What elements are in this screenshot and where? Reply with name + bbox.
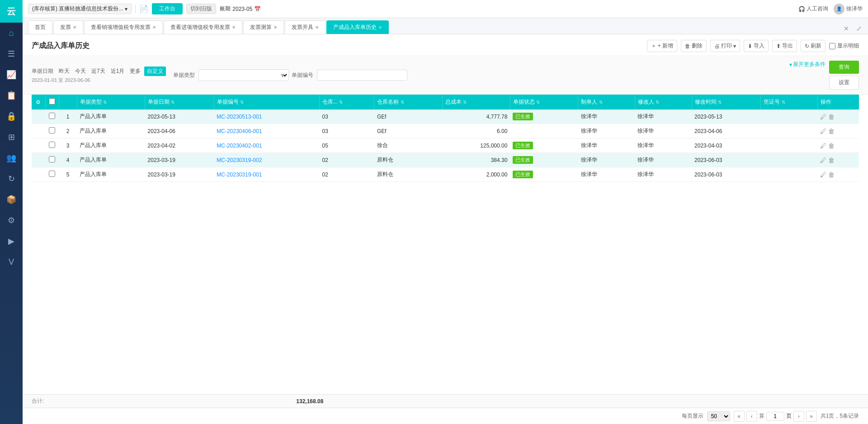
row-number[interactable]: MC-20230513-001 (214, 110, 319, 124)
page-last-btn[interactable]: » (806, 411, 817, 422)
sidebar-item-settings[interactable]: ⚙ (0, 210, 23, 231)
tab-invoice-close[interactable]: ✕ (73, 25, 76, 30)
row-number-link[interactable]: MC-20230402-001 (217, 143, 262, 149)
tab-sales-vat-close[interactable]: ✕ (152, 25, 156, 30)
sidebar-item-grid[interactable]: ⊞ (0, 127, 23, 148)
date-yesterday[interactable]: 昨天 (57, 67, 71, 76)
sidebar-item-box[interactable]: 📦 (0, 189, 23, 210)
sort-status-icon[interactable]: ⇅ (536, 100, 540, 105)
row-number-link[interactable]: MC-20230319-001 (217, 172, 262, 178)
sidebar-item-lock[interactable]: 🔒 (0, 106, 23, 127)
row-checkbox[interactable] (49, 127, 55, 133)
tab-purchase-vat[interactable]: 查看进项增值税专用发票 ✕ (164, 20, 242, 34)
row-edit-icon[interactable]: 🖊 (820, 171, 826, 178)
sidebar-item-chart[interactable]: 📈 (0, 64, 23, 85)
row-check[interactable] (45, 167, 59, 182)
page-next-btn[interactable]: › (793, 411, 804, 422)
tab-invoice-open-close[interactable]: ✕ (315, 25, 319, 30)
tab-home[interactable]: 首页 (28, 20, 52, 34)
tab-invoice-open[interactable]: 发票开具 ✕ (285, 20, 326, 34)
sidebar-item-home[interactable]: ⌂ (0, 23, 23, 43)
import-button[interactable]: ⬇ 导入 (744, 40, 769, 52)
sort-type-icon[interactable]: ⇅ (103, 100, 107, 105)
sort-cost-icon[interactable]: ⇅ (463, 100, 467, 105)
row-edit-icon[interactable]: 🖊 (820, 113, 826, 120)
sort-number-icon[interactable]: ⇅ (240, 100, 244, 105)
query-button[interactable]: 查询 (829, 61, 859, 74)
set-button[interactable]: 设置 (829, 76, 859, 90)
page-input[interactable] (766, 412, 784, 421)
date-custom[interactable]: 自定义 (144, 67, 166, 76)
tab-invoice-calc-close[interactable]: ✕ (274, 25, 277, 30)
row-checkbox[interactable] (49, 156, 55, 162)
tab-invoice[interactable]: 发票 ✕ (53, 20, 83, 34)
row-checkbox[interactable] (49, 142, 55, 148)
help-btn[interactable]: 🎧 人工咨询 (798, 5, 828, 13)
row-number-link[interactable]: MC-20230319-002 (217, 157, 262, 163)
sort-mtime-icon[interactable]: ⇅ (718, 100, 722, 105)
sort-wcode-icon[interactable]: ⇅ (339, 100, 343, 105)
type-filter-select[interactable] (198, 69, 289, 81)
user-menu[interactable]: 👤 徐泽华 (834, 4, 863, 14)
row-check[interactable] (45, 153, 59, 167)
row-delete-icon[interactable]: 🗑 (828, 171, 835, 178)
row-check[interactable] (45, 138, 59, 153)
row-number[interactable]: MC-20230319-001 (214, 167, 319, 182)
show-detail-checkbox[interactable] (829, 43, 835, 49)
sort-modifier-icon[interactable]: ⇅ (656, 100, 659, 105)
sidebar-item-people[interactable]: 👥 (0, 148, 23, 168)
tab-product-history-close[interactable]: ✕ (378, 25, 382, 30)
tab-sales-vat[interactable]: 查看销项增值税专用发票 ✕ (84, 20, 163, 34)
switch-button[interactable]: 切到旧版 (186, 4, 216, 14)
sort-creator-icon[interactable]: ⇅ (599, 100, 603, 105)
sort-voucher-icon[interactable]: ⇅ (782, 100, 785, 105)
row-number-link[interactable]: MC-20230406-001 (217, 128, 262, 134)
select-all-checkbox[interactable] (49, 98, 55, 105)
company-selector[interactable]: (库存核算) 直播轻挑通信息技术股份... ▾ (28, 4, 132, 14)
row-edit-icon[interactable]: 🖊 (820, 142, 826, 149)
sidebar-item-play[interactable]: ▶ (0, 231, 23, 252)
row-checkbox[interactable] (49, 171, 55, 177)
tab-purchase-vat-close[interactable]: ✕ (232, 25, 236, 30)
date-1month[interactable]: 近1月 (109, 67, 127, 76)
sort-wname-icon[interactable]: ⇅ (401, 100, 404, 105)
row-delete-icon[interactable]: 🗑 (828, 142, 835, 149)
row-delete-icon[interactable]: 🗑 (828, 157, 835, 164)
tab-product-history[interactable]: 产成品入库单历史 ✕ (326, 20, 389, 34)
sort-date-icon[interactable]: ⇅ (171, 100, 175, 105)
tab-maximize[interactable]: ⤢ (854, 23, 864, 34)
row-edit-icon[interactable]: 🖊 (820, 128, 826, 135)
sidebar-item-v[interactable]: V (0, 252, 23, 272)
refresh-button[interactable]: ↻ 刷新 (801, 40, 826, 52)
row-number-link[interactable]: MC-20230513-001 (217, 114, 262, 120)
row-checkbox[interactable] (49, 113, 55, 119)
row-delete-icon[interactable]: 🗑 (828, 128, 835, 135)
tab-invoice-calc[interactable]: 发票测算 ✕ (243, 20, 284, 34)
export-button[interactable]: ⬆ 导出 (772, 40, 797, 52)
row-actions: 🖊 🗑 (817, 167, 859, 182)
sidebar-item-refresh[interactable]: ↻ (0, 168, 23, 189)
row-check[interactable] (45, 110, 59, 124)
row-number[interactable]: MC-20230402-001 (214, 138, 319, 153)
expand-conditions-btn[interactable]: ▾ 展开更多条件 (789, 61, 826, 68)
number-filter-input[interactable] (317, 70, 407, 81)
row-check[interactable] (45, 124, 59, 138)
date-today[interactable]: 今天 (73, 67, 88, 76)
page-first-btn[interactable]: « (734, 411, 745, 422)
row-number[interactable]: MC-20230406-001 (214, 124, 319, 138)
date-7days[interactable]: 近7天 (90, 67, 107, 76)
sidebar-item-doc[interactable]: 📋 (0, 85, 23, 106)
col-settings[interactable]: ⚙ (32, 95, 45, 110)
row-edit-icon[interactable]: 🖊 (820, 157, 826, 164)
page-prev-btn[interactable]: ‹ (746, 411, 757, 422)
date-more[interactable]: 更多 (128, 67, 142, 76)
delete-button[interactable]: 🗑 删除 (681, 40, 707, 52)
row-number[interactable]: MC-20230319-002 (214, 153, 319, 167)
workbench-button[interactable]: 工作台 (152, 3, 183, 14)
new-button[interactable]: ＋ + 新增 (647, 40, 677, 52)
sidebar-item-menu[interactable]: ☰ (0, 43, 23, 64)
tab-close-all[interactable]: ✕ (841, 23, 852, 34)
print-button[interactable]: 🖨 打印 ▾ (710, 40, 740, 52)
page-size-select[interactable]: 50 100 200 (707, 411, 730, 421)
row-delete-icon[interactable]: 🗑 (828, 113, 835, 120)
